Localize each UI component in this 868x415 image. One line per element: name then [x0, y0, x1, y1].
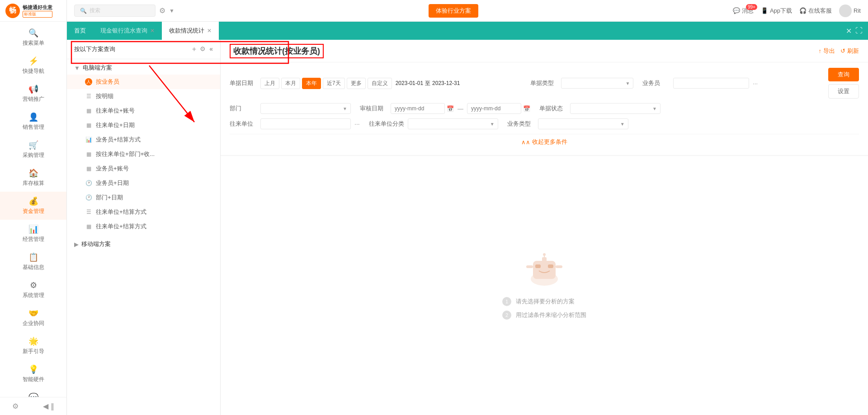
collapse-sidebar-icon[interactable]: ◀ ‖: [43, 402, 54, 410]
sidebar-item-system[interactable]: ⚙ 系统管理: [0, 276, 66, 304]
date-btn-7days[interactable]: 近7天: [323, 78, 345, 89]
topbar-left: 🔍 搜索 ⚙ ▼: [74, 5, 175, 17]
message-icon: 💬: [733, 7, 740, 14]
review-date-to[interactable]: [467, 103, 521, 114]
user-avatar[interactable]: Rit: [839, 5, 861, 17]
tab-bank-close[interactable]: ✕: [150, 28, 155, 34]
doc-status-select-wrapper: [570, 103, 660, 114]
sidebar-item-sales[interactable]: 👤 销售管理: [0, 108, 66, 136]
doc-type-select[interactable]: [561, 78, 633, 89]
messages-btn[interactable]: 💬 消息 99+: [733, 7, 754, 15]
search-icon: 🔍: [28, 28, 38, 38]
settings-button[interactable]: 设置: [828, 84, 859, 99]
sidebar-item-basic[interactable]: 📋 基础信息: [0, 248, 66, 276]
refresh-button[interactable]: ↺ 刷新: [840, 47, 859, 55]
date-separator: 至: [425, 80, 430, 87]
search-bar[interactable]: 🔍 搜索: [74, 5, 156, 17]
tab-bank[interactable]: 现金银行流水查询 ✕: [93, 22, 162, 40]
empty-hints: 1 请先选择要分析的方案 2 用过滤条件来缩小分析范围: [502, 297, 586, 320]
app-download-btn[interactable]: 📱 App下载: [761, 7, 792, 15]
system-icon: ⚙: [30, 280, 37, 290]
hint-item-1: 1 请先选择要分析的方案: [502, 297, 586, 306]
query-button[interactable]: 查询: [828, 68, 859, 81]
scheme-item-partner-settlement2[interactable]: ▦ 往来单位+结算方式: [67, 219, 220, 234]
sidebar-item-hardware[interactable]: 💡 智能硬件: [0, 360, 66, 388]
biz-type-label: 业务类型: [507, 120, 534, 128]
date-btn-custom[interactable]: 自定义: [368, 78, 392, 89]
salesperson-input[interactable]: [673, 78, 749, 89]
online-service-btn[interactable]: 🎧 在线客服: [799, 7, 832, 15]
partner-more-icon[interactable]: ···: [354, 120, 360, 127]
topbar-dropdown-icon[interactable]: ▼: [169, 8, 175, 14]
sidebar-item-operation[interactable]: 📊 经营管理: [0, 220, 66, 248]
scheme-item-label: 往来单位+账号: [96, 107, 135, 115]
trial-button[interactable]: 体验行业方案: [429, 4, 478, 18]
scheme-item-salesperson-account[interactable]: ▦ 业务员+账号: [67, 161, 220, 176]
scheme-item-detail[interactable]: ☰ 按明细: [67, 89, 220, 104]
wechat-icon: 💬: [28, 392, 38, 397]
enterprise-icon: 🤝: [28, 308, 38, 318]
sidebar-item-wechat[interactable]: 💬 企业微信: [0, 388, 66, 397]
date-sep: —: [458, 105, 463, 112]
partner-label: 往来单位: [230, 120, 257, 128]
sidebar-item-purchase[interactable]: 🛒 采购管理: [0, 136, 66, 164]
calendar-from-icon[interactable]: 📅: [447, 105, 454, 112]
maximize-window-icon[interactable]: ⛶: [855, 27, 863, 35]
scheme-item-partner-account[interactable]: ▦ 往来单位+账号: [67, 104, 220, 118]
marketing-icon: 📢: [28, 84, 38, 94]
sidebar-item-marketing[interactable]: 📢 营销推广: [0, 80, 66, 108]
doc-status-select[interactable]: [570, 103, 660, 114]
date-btn-this-month[interactable]: 本月: [281, 78, 300, 89]
review-date-from[interactable]: [391, 103, 445, 114]
salesperson-more-icon[interactable]: ···: [753, 80, 758, 87]
tab-home-label: 首页: [74, 27, 86, 35]
collapse-panel-icon[interactable]: «: [209, 45, 213, 53]
collapse-more-btn[interactable]: ∧∧ 收起更多条件: [230, 134, 859, 150]
sidebar-nav: 🔍 搜索菜单 ⚡ 快捷导航 📢 营销推广 👤 销售管理 🛒 采购管理 🏠 库存核…: [0, 22, 66, 397]
date-btn-last-month[interactable]: 上月: [260, 78, 279, 89]
empty-state-area: 1 请先选择要分析的方案 2 用过滤条件来缩小分析范围: [221, 156, 868, 415]
scheme-item-salesperson[interactable]: 人 按业务员: [67, 75, 220, 89]
mobile-group-header[interactable]: ▶ 移动端方案: [67, 237, 220, 251]
sidebar-item-search[interactable]: 🔍 搜索菜单: [0, 24, 66, 52]
tab-home[interactable]: 首页: [67, 22, 93, 40]
calendar-to-icon[interactable]: 📅: [523, 105, 530, 112]
date-filter-item: 单据日期 上月 本月 本年 近7天 更多 自定义 2023-01-01 至: [230, 78, 460, 89]
partner-classify-select[interactable]: [408, 118, 498, 129]
scheme-item-partner-date[interactable]: ▦ 往来单位+日期: [67, 118, 220, 132]
sidebar-item-quicknav[interactable]: ⚡ 快捷导航: [0, 52, 66, 80]
date-btn-more[interactable]: 更多: [347, 78, 366, 89]
svg-rect-4: [542, 257, 547, 262]
date-to: 2023-12-31: [432, 80, 460, 86]
online-service-label: 在线客服: [808, 7, 832, 15]
scheme-item-dept-date[interactable]: 🕐 部门+日期: [67, 190, 220, 205]
add-scheme-icon[interactable]: +: [192, 45, 196, 53]
tab-collection-close[interactable]: ✕: [207, 28, 212, 34]
scheme-item-salesperson-settlement[interactable]: 📊 业务员+结算方式: [67, 132, 220, 147]
capital-icon: 💰: [28, 196, 38, 206]
sidebar-item-label: 销售管理: [23, 123, 44, 131]
scheme-settings-icon[interactable]: ⚙: [200, 45, 206, 53]
date-btn-this-year[interactable]: 本年: [302, 78, 321, 89]
settings-footer-icon[interactable]: ⚙: [12, 402, 19, 410]
sidebar-item-label: 库存核算: [23, 179, 44, 187]
sidebar-item-enterprise[interactable]: 🤝 企业协同: [0, 304, 66, 332]
scheme-item-partner-settlement1[interactable]: ☰ 往来单位+结算方式: [67, 205, 220, 219]
dept-date-icon: 🕐: [85, 194, 92, 201]
sidebar-item-capital[interactable]: 💰 资金管理: [0, 192, 66, 220]
partner-input[interactable]: [260, 118, 351, 129]
topbar-gear-icon[interactable]: ⚙: [159, 6, 165, 15]
export-button[interactable]: ↑ 导出: [819, 47, 835, 55]
close-window-icon[interactable]: ✕: [846, 27, 852, 35]
scheme-item-partner-dept[interactable]: ▦ 按往来单位+部门+收...: [67, 147, 220, 161]
scheme-item-salesperson-date[interactable]: 🕐 业务员+日期: [67, 176, 220, 190]
desktop-group-header[interactable]: ▼ 电脑端方案: [67, 61, 220, 75]
dept-select[interactable]: [260, 103, 351, 114]
sidebar-item-label: 新手引导: [23, 348, 44, 355]
tab-collection[interactable]: 收款情况统计 ✕: [162, 22, 219, 40]
biz-type-select[interactable]: [538, 118, 628, 129]
sidebar-item-guide[interactable]: 🌟 新手引导: [0, 332, 66, 360]
hint-text-2: 用过滤条件来缩小分析范围: [516, 311, 586, 319]
hint-text-1: 请先选择要分析的方案: [516, 297, 575, 306]
sidebar-item-inventory[interactable]: 🏠 库存核算: [0, 164, 66, 192]
